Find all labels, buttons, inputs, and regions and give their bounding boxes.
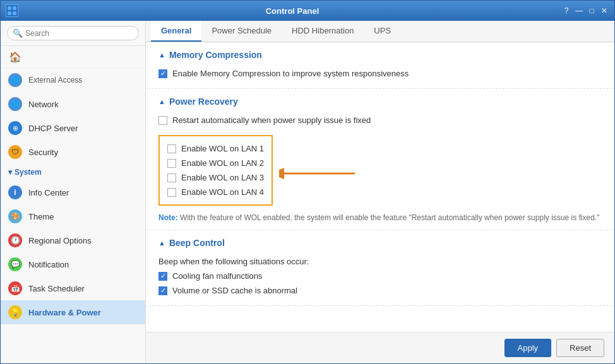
content-area: 🔍 🏠 🌐 External Access 🌐 Network ⊕ DHCP S… [1,21,614,363]
beep-fan-checkbox[interactable]: ✓ [158,272,167,281]
search-wrap[interactable]: 🔍 [7,26,139,40]
reset-button[interactable]: Reset [556,339,604,357]
notification-icon: 💬 [8,257,22,271]
sidebar: 🔍 🏠 🌐 External Access 🌐 Network ⊕ DHCP S… [1,21,146,363]
bottom-bar: Apply Reset [146,332,614,363]
sidebar-label-theme: Theme [28,212,54,221]
hardware-power-icon: 💡 [8,305,22,319]
svg-rect-2 [8,11,11,15]
wol4-checkbox[interactable] [167,188,176,197]
wol1-checkbox[interactable] [167,144,176,153]
beep-intro-row: Beep when the following situations occur… [158,254,602,269]
wol3-label: Enable WOL on LAN 3 [181,173,264,182]
sidebar-item-hardware-power[interactable]: 💡 Hardware & Power [1,300,145,324]
section-memory-compression: ▲ Memory Compression ✓ Enable Memory Com… [146,42,614,89]
sidebar-label-security: Security [28,148,58,157]
sidebar-item-info-center[interactable]: i Info Center [1,180,145,204]
help-button[interactable]: ? [561,6,571,16]
note-label: Note: [158,213,178,222]
wol2-label: Enable WOL on LAN 2 [181,158,264,168]
sidebar-item-notification[interactable]: 💬 Notification [1,252,145,276]
sidebar-label-task-scheduler: Task Scheduler [28,284,85,293]
maximize-button[interactable]: □ [587,6,597,16]
wol1-label: Enable WOL on LAN 1 [181,144,264,153]
beep-fan-row: ✓ Cooling fan malfunctions [158,269,602,283]
sidebar-label-external-access: External Access [28,76,82,85]
window-title: Control Panel [23,6,561,16]
dhcp-icon: ⊕ [8,121,22,135]
wol3-row: Enable WOL on LAN 3 [167,170,264,185]
mem-comp-checkbox[interactable]: ✓ [158,69,167,78]
chevron-power-recovery: ▲ [158,98,165,105]
chevron-down-icon: ▾ [8,168,12,177]
restart-auto-row: Restart automatically when power supply … [158,113,602,127]
home-icon: 🏠 [8,50,22,64]
tab-ups[interactable]: UPS [364,21,401,42]
sidebar-label-notification: Notification [28,260,69,269]
svg-rect-0 [8,6,11,10]
task-scheduler-icon: 📅 [8,281,22,295]
wol-box: Enable WOL on LAN 1 Enable WOL on LAN 2 … [158,135,273,206]
sidebar-label-dhcp: DHCP Server [28,124,78,133]
beep-fan-label: Cooling fan malfunctions [172,271,262,281]
theme-icon: 🎨 [8,209,22,223]
search-icon: 🔍 [13,28,23,38]
tab-general[interactable]: General [151,21,201,42]
wol2-row: Enable WOL on LAN 2 [167,156,264,170]
sidebar-label-regional: Regional Options [28,236,92,245]
beep-control-label: Beep Control [169,238,225,248]
sidebar-label-network: Network [28,100,59,109]
tab-power-schedule[interactable]: Power Schedule [201,21,282,42]
sidebar-item-home[interactable]: 🏠 [1,46,145,68]
beep-volume-row: ✓ Volume or SSD cache is abnormal [158,283,602,298]
beep-volume-label: Volume or SSD cache is abnormal [172,286,297,295]
wol-note: Note: With the feature of WOL enabled, t… [158,213,602,222]
wol4-row: Enable WOL on LAN 4 [167,185,264,199]
power-recovery-title[interactable]: ▲ Power Recovery [158,97,602,107]
main-window: Control Panel ? — □ ✕ 🔍 🏠 🌐 External [0,0,615,364]
window-controls: ? — □ ✕ [561,6,609,16]
sidebar-item-theme[interactable]: 🎨 Theme [1,204,145,228]
sidebar-item-dhcp[interactable]: ⊕ DHCP Server [1,116,145,140]
minimize-button[interactable]: — [574,6,584,16]
memory-compression-label: Memory Compression [169,50,262,60]
security-icon: 🛡 [8,145,22,159]
wol4-label: Enable WOL on LAN 4 [181,187,264,197]
main-panel: General Power Schedule HDD Hibernation U… [146,21,614,363]
svg-rect-1 [13,6,16,10]
beep-intro-text: Beep when the following situations occur… [158,257,309,266]
search-box: 🔍 [1,21,145,46]
sidebar-label-info-center: Info Center [28,188,69,197]
search-input[interactable] [25,29,133,38]
sidebar-item-security[interactable]: 🛡 Security [1,140,145,164]
wol3-checkbox[interactable] [167,173,176,182]
section-power-recovery: ▲ Power Recovery Restart automatically w… [146,89,614,230]
sidebar-item-network[interactable]: 🌐 Network [1,92,145,116]
app-icon [6,4,18,17]
sidebar-item-external-access[interactable]: 🌐 External Access [1,68,145,92]
chevron-beep-control: ▲ [158,239,165,247]
mem-comp-row: ✓ Enable Memory Compression to improve s… [158,66,602,81]
restart-auto-checkbox[interactable] [158,116,167,125]
wol2-checkbox[interactable] [167,159,176,168]
system-section-label: System [15,168,42,177]
note-text-body: With the feature of WOL enabled, the sys… [180,213,599,222]
tab-hdd-hibernation[interactable]: HDD Hibernation [282,21,364,42]
sidebar-item-regional[interactable]: 🕐 Regional Options [1,228,145,252]
close-button[interactable]: ✕ [599,6,609,16]
mem-comp-label: Enable Memory Compression to improve sys… [172,69,409,78]
memory-compression-title[interactable]: ▲ Memory Compression [158,50,602,60]
section-beep-control: ▲ Beep Control Beep when the following s… [146,230,614,306]
beep-volume-checkbox[interactable]: ✓ [158,286,167,295]
apply-button[interactable]: Apply [505,339,552,357]
annotation-arrow [279,164,361,183]
arrow-svg [279,164,361,183]
beep-control-title[interactable]: ▲ Beep Control [158,238,602,248]
svg-rect-3 [13,11,16,15]
chevron-memory-compression: ▲ [158,51,165,59]
power-recovery-label: Power Recovery [169,97,238,107]
tab-content-general: ▲ Memory Compression ✓ Enable Memory Com… [146,42,614,332]
wol1-row: Enable WOL on LAN 1 [167,141,264,156]
title-bar: Control Panel ? — □ ✕ [1,1,614,21]
sidebar-item-task-scheduler[interactable]: 📅 Task Scheduler [1,276,145,300]
